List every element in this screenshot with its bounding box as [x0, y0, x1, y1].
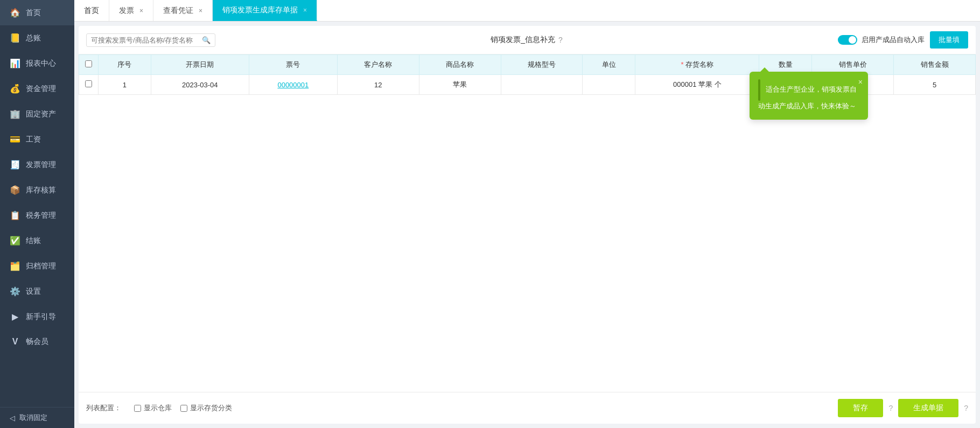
search-input[interactable]	[91, 36, 199, 44]
tab-invoice-label: 发票	[119, 6, 134, 16]
tab-bar: 首页 发票 × 查看凭证 × 销项发票生成库存单据 ×	[74, 0, 980, 22]
sidebar-item-label: 税务管理	[26, 211, 56, 220]
header-seq: 序号	[99, 55, 151, 75]
sidebar-item-payroll[interactable]: 💳 工资	[0, 127, 74, 152]
tab-home-label: 首页	[84, 6, 99, 16]
show-warehouse-checkbox[interactable]	[134, 405, 141, 412]
show-category-label[interactable]: 显示存货分类	[180, 403, 232, 413]
bottom-bar: 列表配置： 显示仓库 显示存货分类 暂存 ? 生成单据 ?	[79, 392, 976, 424]
batch-fill-button[interactable]: 批量填	[930, 31, 968, 49]
ledger-icon: 📒	[10, 33, 20, 43]
generate-button[interactable]: 生成单据	[898, 399, 958, 417]
tab-voucher[interactable]: 查看凭证 ×	[153, 0, 213, 21]
sidebar-item-invoice-mgmt[interactable]: 🧾 发票管理	[0, 152, 74, 177]
sidebar-item-funds[interactable]: 💰 资金管理	[0, 76, 74, 101]
sidebar: 🏠 首页 📒 总账 📊 报表中心 💰 资金管理 🏢 固定资产 💳 工资 🧾 发票…	[0, 0, 74, 428]
row-amount: 5	[894, 75, 976, 95]
row-checkbox-cell	[79, 75, 99, 95]
header-number: 票号	[249, 55, 337, 75]
select-all-checkbox[interactable]	[85, 60, 92, 67]
payroll-icon: 💳	[10, 134, 20, 144]
bottom-actions: 暂存 ? 生成单据 ?	[838, 399, 968, 417]
show-warehouse-label[interactable]: 显示仓库	[134, 403, 172, 413]
sidebar-item-settlement[interactable]: ✅ 结账	[0, 228, 74, 253]
save-button[interactable]: 暂存	[838, 399, 883, 417]
row-seq: 1	[99, 75, 151, 95]
save-help-icon[interactable]: ?	[888, 404, 893, 412]
sidebar-item-label: 结账	[26, 236, 41, 246]
row-customer: 12	[337, 75, 419, 95]
table-container: 序号 开票日期 票号 客户名称 商品名称 规格型号 单位 * 存货名称 数量 销…	[79, 54, 976, 392]
settings-icon: ⚙️	[10, 286, 20, 296]
sidebar-item-label: 设置	[26, 287, 41, 296]
sidebar-item-reports[interactable]: 📊 报表中心	[0, 51, 74, 76]
show-category-text: 显示存货分类	[190, 403, 232, 413]
tab-sales-invoice-close[interactable]: ×	[303, 6, 307, 14]
vip-icon: V	[10, 337, 20, 347]
sidebar-item-label: 固定资产	[26, 109, 56, 119]
tab-invoice[interactable]: 发票 ×	[109, 0, 153, 21]
tooltip-accent-bar	[758, 79, 760, 101]
tab-invoice-close[interactable]: ×	[139, 7, 143, 15]
sidebar-item-archive[interactable]: 🗂️ 归档管理	[0, 253, 74, 279]
toolbar: 🔍 销项发票_信息补充 ? 启用产成品自动入库 批量填	[79, 26, 976, 54]
auto-warehouse-toggle[interactable]	[838, 35, 857, 45]
tooltip-close-button[interactable]: ×	[858, 76, 863, 88]
cancel-fixed-icon: ◁	[10, 414, 15, 422]
show-warehouse-text: 显示仓库	[144, 403, 172, 413]
invoice-number-link[interactable]: 00000001	[277, 81, 309, 89]
reports-icon: 📊	[10, 58, 20, 68]
tab-sales-invoice[interactable]: 销项发票生成库存单据 ×	[213, 0, 317, 21]
header-customer: 客户名称	[337, 55, 419, 75]
invoice-mgmt-icon: 🧾	[10, 160, 20, 170]
sidebar-item-fixed-assets[interactable]: 🏢 固定资产	[0, 101, 74, 127]
tab-voucher-label: 查看凭证	[163, 6, 193, 16]
sidebar-item-label: 畅会员	[26, 337, 48, 347]
cancel-fixed-button[interactable]: ◁ 取消固定	[0, 407, 74, 428]
toggle-section: 启用产成品自动入库	[838, 35, 925, 45]
tooltip-text: 适合生产型企业，销项发票自动生成产成品入库，快来体验～	[758, 85, 857, 110]
tab-voucher-close[interactable]: ×	[199, 7, 202, 15]
tab-sales-invoice-label: 销项发票生成库存单据	[222, 5, 298, 15]
sidebar-item-tax[interactable]: 📋 税务管理	[0, 203, 74, 228]
tab-home[interactable]: 首页	[74, 0, 109, 21]
row-checkbox[interactable]	[85, 80, 92, 87]
sidebar-item-ledger[interactable]: 📒 总账	[0, 25, 74, 51]
show-category-checkbox[interactable]	[180, 405, 187, 412]
header-checkbox-col	[79, 55, 99, 75]
funds-icon: 💰	[10, 84, 20, 94]
sidebar-item-label: 资金管理	[26, 84, 56, 94]
sidebar-item-label: 总账	[26, 33, 41, 43]
sidebar-item-label: 归档管理	[26, 261, 56, 271]
sidebar-item-settings[interactable]: ⚙️ 设置	[0, 279, 74, 304]
header-product: 商品名称	[419, 55, 501, 75]
settlement-icon: ✅	[10, 236, 20, 246]
header-unit: 单位	[583, 55, 635, 75]
header-spec: 规格型号	[501, 55, 583, 75]
sidebar-item-label: 工资	[26, 135, 41, 144]
generate-help-icon[interactable]: ?	[964, 404, 968, 412]
main-area: 首页 发票 × 查看凭证 × 销项发票生成库存单据 × 🔍 销项发票_信息补充 …	[74, 0, 980, 428]
fixed-assets-icon: 🏢	[10, 109, 20, 119]
info-help-icon[interactable]: ?	[558, 36, 563, 44]
info-label: 销项发票_信息补充	[491, 35, 555, 45]
toggle-label: 启用产成品自动入库	[862, 35, 925, 45]
row-spec	[501, 75, 583, 95]
content-area: 🔍 销项发票_信息补充 ? 启用产成品自动入库 批量填 序	[79, 26, 976, 424]
sidebar-item-guide[interactable]: ▶ 新手引导	[0, 304, 74, 329]
sidebar-item-label: 发票管理	[26, 160, 56, 170]
search-icon[interactable]: 🔍	[202, 36, 211, 44]
list-config-label: 列表配置：	[86, 403, 121, 413]
header-inventory: * 存货名称	[635, 55, 759, 75]
row-date: 2023-03-04	[151, 75, 249, 95]
sidebar-item-label: 首页	[26, 8, 41, 18]
row-number[interactable]: 00000001	[249, 75, 337, 95]
sidebar-item-home[interactable]: 🏠 首页	[0, 0, 74, 25]
cancel-fixed-label: 取消固定	[19, 413, 47, 423]
sidebar-item-vip[interactable]: V 畅会员	[0, 329, 74, 354]
header-amount: 销售金额	[894, 55, 976, 75]
tax-icon: 📋	[10, 210, 20, 220]
row-inventory[interactable]: 000001 苹果 个	[635, 75, 759, 95]
sidebar-item-inventory[interactable]: 📦 库存核算	[0, 177, 74, 203]
search-box[interactable]: 🔍	[86, 33, 215, 47]
